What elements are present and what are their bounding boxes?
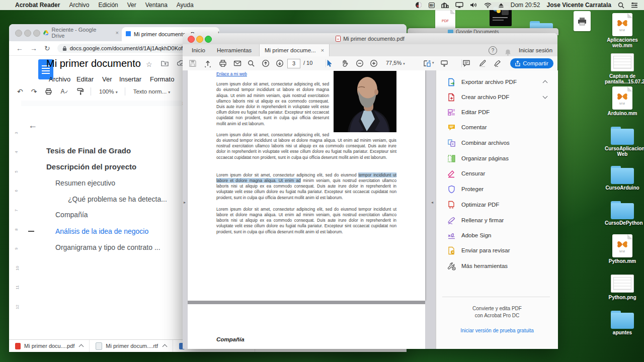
upload-cloud-icon[interactable]: [204, 59, 212, 67]
tab-inicio[interactable]: Inicio: [192, 44, 205, 56]
tool-combinar-archivos[interactable]: Combinar archivos: [436, 136, 558, 149]
outline-item-active[interactable]: Análisis de la idea de negocio: [55, 227, 148, 235]
paint-format-icon[interactable]: [76, 88, 84, 95]
back-icon[interactable]: ←: [16, 44, 23, 52]
tool-censurar[interactable]: Censurar: [436, 167, 558, 180]
outline-item[interactable]: Compañía: [55, 211, 88, 219]
docs-menu-ver[interactable]: Ver: [102, 75, 112, 83]
menu-archivo[interactable]: Archivo: [69, 2, 89, 9]
desktop-icon-captura[interactable]: Captura de pantalla...15.07.21: [605, 50, 640, 84]
tool-comentar[interactable]: Comentar: [436, 121, 558, 134]
outline-collapse-icon[interactable]: ←: [28, 120, 37, 131]
wifi-icon[interactable]: [484, 3, 492, 8]
chevron-up-icon[interactable]: [79, 344, 84, 349]
eject-icon[interactable]: [498, 3, 504, 8]
zoom-in-icon[interactable]: [370, 59, 378, 67]
download-item-rtf[interactable]: Mi primer docum....rtf: [90, 340, 173, 352]
print-icon[interactable]: [45, 88, 52, 95]
tab-herramientas[interactable]: Herramientas: [217, 44, 252, 56]
fit-width-icon[interactable]: [423, 59, 431, 67]
desktop-icon-apuntes[interactable]: apuntes: [605, 309, 640, 335]
search-icon[interactable]: [247, 59, 255, 67]
desktop-icon-python-png[interactable]: Python.png: [605, 272, 640, 300]
share-button[interactable]: Compartir: [510, 58, 553, 68]
outline-item[interactable]: Resumen ejecutivo: [55, 179, 115, 187]
tool-mas-herramientas[interactable]: Más herramientas: [436, 259, 558, 273]
tool-proteger[interactable]: Proteger: [436, 183, 558, 196]
spellcheck-icon[interactable]: A✓: [60, 88, 68, 95]
help-icon[interactable]: ?: [489, 46, 497, 55]
volume-icon[interactable]: [470, 2, 477, 8]
hand-tool-icon[interactable]: [341, 59, 349, 67]
desktop-icon-curso-python[interactable]: CursoDePython: [605, 199, 640, 226]
desktop-icon-aplicaciones-web[interactable]: MM Aplicaciones web.mm: [605, 13, 640, 48]
desktop-icon-curso-aplicaciones[interactable]: CursoAplicaciones Web: [605, 125, 640, 157]
right-panel-collapse-icon[interactable]: ◂: [431, 200, 433, 205]
tab-document-active[interactable]: Mi primer docume... ×: [259, 44, 330, 56]
tab-google-drive[interactable]: Reciente - Google Drive ×: [43, 24, 119, 41]
docs-menu-editar[interactable]: Editar: [76, 75, 94, 83]
sign-in-button[interactable]: Iniciar sesión: [519, 44, 552, 56]
menu-ayuda[interactable]: Ayuda: [177, 2, 194, 9]
window-close-button[interactable]: [188, 36, 195, 43]
buildings-icon[interactable]: [441, 2, 449, 8]
tool-crear-pdf[interactable]: Crear archivo PDF: [436, 90, 558, 104]
menu-ver[interactable]: Ver: [127, 2, 136, 9]
star-icon[interactable]: ☆: [146, 60, 152, 68]
notification-center-icon[interactable]: [631, 3, 638, 8]
sign-pen-icon[interactable]: [494, 59, 502, 67]
docs-menu-formato[interactable]: Formato: [150, 75, 174, 83]
page-up-icon[interactable]: [262, 59, 270, 67]
save-icon[interactable]: [189, 59, 197, 67]
print-icon[interactable]: [219, 59, 227, 67]
redo-icon[interactable]: ↷: [31, 87, 37, 96]
tool-enviar-revisar[interactable]: Enviar para revisar: [436, 244, 558, 257]
desktop-icon-curso-arduino[interactable]: CursoArduino: [605, 164, 640, 191]
download-item-pdf[interactable]: Mi primer docu....pdf: [9, 340, 90, 352]
chevron-up-icon[interactable]: [543, 80, 548, 85]
tab-close-icon[interactable]: ×: [321, 47, 325, 53]
desktop-icon-arduino-mm[interactable]: MM Arduino.mm: [605, 86, 640, 116]
color-profile-icon[interactable]: [415, 2, 422, 9]
outline-item[interactable]: Descripción del proyecto: [46, 162, 136, 171]
desktop-icon-python-mm[interactable]: MM Python.mm: [605, 234, 640, 264]
pdf-document-area[interactable]: Enlace a mi web Lorem ipsum dolor sit am…: [183, 70, 436, 349]
undo-icon[interactable]: ↶: [17, 87, 23, 96]
zoom-out-icon[interactable]: [356, 59, 364, 67]
pencil-icon[interactable]: [478, 59, 487, 67]
trial-link[interactable]: Iniciar versión de prueba gratuita: [436, 328, 558, 333]
docs-menu-archivo[interactable]: Archivo: [49, 75, 70, 83]
paragraph-style-select[interactable]: Texto norm... ▾: [133, 88, 171, 95]
reload-icon[interactable]: ↻: [44, 44, 50, 52]
forward-icon[interactable]: →: [30, 44, 37, 52]
chrome-zoom-button[interactable]: [33, 30, 40, 37]
app-menu-title[interactable]: Acrobat Reader: [15, 2, 60, 9]
left-panel-expand-icon[interactable]: ▸: [184, 200, 186, 205]
menu-edicion[interactable]: Edición: [98, 2, 118, 9]
window-minimize-button[interactable]: [196, 36, 203, 43]
boot-camp-icon[interactable]: BI: [429, 3, 435, 8]
airplay-display-icon[interactable]: [455, 2, 463, 8]
comment-icon[interactable]: [462, 59, 470, 67]
spotlight-search-icon[interactable]: [618, 2, 624, 9]
tool-adobe-sign[interactable]: Adobe Sign: [436, 229, 558, 242]
zoom-select[interactable]: 100% ▾: [99, 88, 118, 95]
outline-item[interactable]: Tesis de Final de Grado: [46, 146, 131, 155]
docs-menu-insertar[interactable]: Insertar: [119, 75, 141, 83]
document-title[interactable]: Mi primer documento: [46, 58, 141, 69]
tool-organizar-paginas[interactable]: Organizar páginas: [436, 152, 558, 165]
user-menu[interactable]: Jose Vicente Carratala: [546, 2, 611, 9]
menu-bar-clock[interactable]: Dom 20:52: [511, 2, 540, 9]
desktop-file-printer-behind[interactable]: [574, 11, 591, 31]
tool-exportar-pdf[interactable]: Exportar archivo PDF: [436, 75, 558, 88]
email-icon[interactable]: [233, 59, 242, 67]
tool-rellenar-firmar[interactable]: Rellenar y firmar: [436, 214, 558, 227]
zoom-level-select[interactable]: 77,5% ▾: [386, 60, 405, 66]
outline-item[interactable]: Organigrama y tipo de contrato ...: [55, 243, 160, 251]
tool-optimizar-pdf[interactable]: Optimizar PDF: [436, 198, 558, 211]
menu-ventana[interactable]: Ventana: [145, 2, 168, 9]
scrolling-mode-icon[interactable]: [440, 59, 448, 67]
window-zoom-button[interactable]: [205, 36, 212, 43]
chrome-close-button[interactable]: [15, 30, 22, 37]
select-tool-icon[interactable]: [326, 59, 334, 67]
